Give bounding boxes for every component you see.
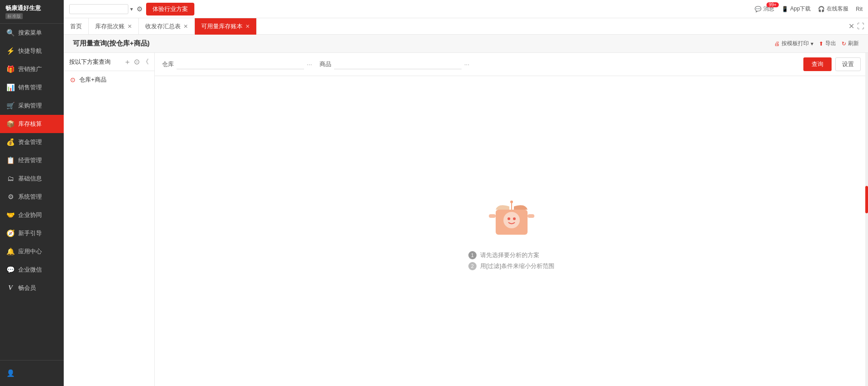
tab-close-icon[interactable]: ✕ xyxy=(245,23,250,30)
goods-more-button[interactable]: ··· xyxy=(464,61,470,68)
tab-close-icon[interactable]: ✕ xyxy=(127,23,132,30)
box-icon: 📦 xyxy=(6,120,15,128)
handshake-icon: 🤝 xyxy=(6,211,15,219)
sidebar-item-label: 库存核算 xyxy=(18,120,42,128)
step1-text: 请先选择要分析的方案 xyxy=(480,251,539,259)
tab-batch-ledger[interactable]: 库存批次账 ✕ xyxy=(89,18,139,35)
sidebar-item-inventory[interactable]: 📦 库存核算 xyxy=(0,115,64,133)
sidebar-item-sales[interactable]: 📊 销售管理 xyxy=(0,78,64,97)
app-download-button[interactable]: 📱 App下载 xyxy=(782,5,811,13)
chat-icon: 💬 xyxy=(6,266,15,274)
svg-point-3 xyxy=(513,217,516,220)
sidebar-item-newbie[interactable]: 🧭 新手引导 xyxy=(0,224,64,242)
refresh-button[interactable]: ↻ 刷新 xyxy=(842,40,859,47)
sidebar-logo: 畅康通好生意 标准版 xyxy=(0,0,64,24)
goods-input[interactable] xyxy=(334,59,462,69)
user-name[interactable]: Rit xyxy=(856,6,863,12)
sidebar-item-user[interactable]: 👤 xyxy=(0,364,64,382)
sidebar-item-label: 应用中心 xyxy=(18,247,42,256)
print-button[interactable]: 🖨 按模板打印 ▾ xyxy=(774,40,813,47)
sidebar-item-label: 企业协同 xyxy=(18,211,42,219)
sidebar-item-wechat[interactable]: 💬 企业微信 xyxy=(0,261,64,279)
sidebar-item-member[interactable]: V 畅会员 xyxy=(0,279,64,297)
warehouse-input[interactable] xyxy=(177,59,304,69)
goods-label: 商品 xyxy=(320,60,331,68)
tab-available-ledger-label: 可用量库存账本 xyxy=(201,22,243,31)
trial-button[interactable]: 体验行业方案 xyxy=(146,3,194,15)
sidebar-item-marketing[interactable]: 🎁 营销推广 xyxy=(0,60,64,78)
tab-close-icon[interactable]: ✕ xyxy=(183,23,188,30)
compass-icon: 🧭 xyxy=(6,229,15,237)
step2-text: 用[过滤]条件来缩小分析范围 xyxy=(480,262,554,270)
brand-name: 畅康通好生意 xyxy=(5,5,58,12)
filter-settings-button[interactable]: ⊙ xyxy=(134,57,140,66)
sidebar-item-label: 基础信息 xyxy=(18,175,42,183)
tab-recv-summary-label: 收发存汇总表 xyxy=(145,22,181,31)
sidebar-item-apps[interactable]: 🔔 应用中心 xyxy=(0,242,64,261)
filter-panel: 按以下方案查询 ＋ ⊙ 《 ⊙ 仓库+商品 xyxy=(64,53,155,386)
bell-icon: 🔔 xyxy=(6,247,15,256)
tab-available-ledger[interactable]: 可用量库存账本 ✕ xyxy=(195,18,257,35)
svg-point-2 xyxy=(508,217,510,220)
tab-home[interactable]: 首页 xyxy=(64,18,89,35)
export-button[interactable]: ⬆ 导出 xyxy=(819,40,836,47)
svg-rect-6 xyxy=(489,214,496,218)
tab-window-close-button[interactable]: ✕ xyxy=(848,22,854,31)
warehouse-more-button[interactable]: ··· xyxy=(307,61,312,68)
tabs-bar: 首页 库存批次账 ✕ 收发存汇总表 ✕ 可用量库存账本 ✕ ✕ ⛶ xyxy=(64,18,868,35)
sidebar-scroll: 🔍 搜索菜单 ⚡ 快捷导航 🎁 营销推广 📊 销售管理 🛒 采购管理 📦 库存核… xyxy=(0,24,64,360)
empty-step2: 2 用[过滤]条件来缩小分析范围 xyxy=(468,262,554,270)
filter-scheme-item[interactable]: ⊙ 仓库+商品 xyxy=(64,71,154,88)
empty-text: 1 请先选择要分析的方案 2 用[过滤]条件来缩小分析范围 xyxy=(468,251,554,273)
sidebar-item-shortcut[interactable]: ⚡ 快捷导航 xyxy=(0,42,64,60)
tab-window-expand-button[interactable]: ⛶ xyxy=(857,22,864,31)
sidebar-item-basic[interactable]: 🗂 基础信息 xyxy=(0,170,64,188)
scrollbar-thumb xyxy=(865,186,868,213)
page-header: 可用量查询(按仓库+商品) 🖨 按模板打印 ▾ ⬆ 导出 ↻ 刷新 xyxy=(64,35,868,53)
sidebar-item-system[interactable]: ⚙ 系统管理 xyxy=(0,188,64,206)
scheme-icon: ⊙ xyxy=(70,76,76,83)
svg-point-1 xyxy=(503,212,520,228)
right-scrollbar[interactable] xyxy=(865,53,868,386)
print-label: 按模板打印 xyxy=(782,40,809,47)
messages-button[interactable]: 💬 消息 99+ xyxy=(755,5,774,13)
gift-icon: 🎁 xyxy=(6,65,15,73)
sidebar: 畅康通好生意 标准版 🔍 搜索菜单 ⚡ 快捷导航 🎁 营销推广 📊 销售管理 🛒… xyxy=(0,0,64,386)
money-icon: 💰 xyxy=(6,138,15,146)
sidebar-item-label: 采购管理 xyxy=(18,102,42,110)
sidebar-item-label: 经营管理 xyxy=(18,156,42,165)
query-settings-button[interactable]: 设置 xyxy=(835,57,861,71)
folder-icon: 🗂 xyxy=(6,175,15,182)
page-title: 可用量查询(按仓库+商品) xyxy=(73,39,150,48)
user-icon: 👤 xyxy=(6,369,15,377)
content-area: 按以下方案查询 ＋ ⊙ 《 ⊙ 仓库+商品 仓库 ··· xyxy=(64,53,868,386)
sidebar-item-search[interactable]: 🔍 搜索菜单 xyxy=(0,24,64,42)
brand-tag: 标准版 xyxy=(5,13,23,19)
sidebar-item-finance[interactable]: 💰 资金管理 xyxy=(0,133,64,151)
settings-icon[interactable]: ⚙ xyxy=(137,5,142,13)
sidebar-item-label: 畅会员 xyxy=(18,284,36,292)
sidebar-item-label: 资金管理 xyxy=(18,138,42,146)
warehouse-field: 仓库 ··· xyxy=(162,59,312,69)
tabs-bar-right: ✕ ⛶ xyxy=(848,22,868,31)
tab-batch-ledger-label: 库存批次账 xyxy=(95,22,125,31)
refresh-icon: ↻ xyxy=(842,41,846,47)
sidebar-item-operations[interactable]: 📋 经营管理 xyxy=(0,151,64,170)
messages-badge: 99+ xyxy=(766,2,779,7)
dropdown-icon[interactable]: ▾ xyxy=(130,6,133,12)
online-service-button[interactable]: 🎧 在线客服 xyxy=(818,5,848,13)
filter-panel-actions: ＋ ⊙ 《 xyxy=(124,57,149,66)
print-dropdown-icon[interactable]: ▾ xyxy=(811,41,813,47)
tab-recv-summary[interactable]: 收发存汇总表 ✕ xyxy=(139,18,195,35)
filter-collapse-button[interactable]: 《 xyxy=(142,58,149,66)
online-service-label: 在线客服 xyxy=(827,5,848,13)
search-input[interactable] xyxy=(69,4,128,14)
sidebar-item-label: 营销推广 xyxy=(18,65,42,73)
filter-add-button[interactable]: ＋ xyxy=(124,58,131,66)
tab-home-label: 首页 xyxy=(70,22,82,31)
sidebar-item-purchase[interactable]: 🛒 采购管理 xyxy=(0,97,64,115)
sidebar-item-corp[interactable]: 🤝 企业协同 xyxy=(0,206,64,224)
query-button[interactable]: 查询 xyxy=(803,57,832,71)
chart-icon: 📊 xyxy=(6,83,15,92)
sidebar-item-label: 企业微信 xyxy=(18,266,42,274)
